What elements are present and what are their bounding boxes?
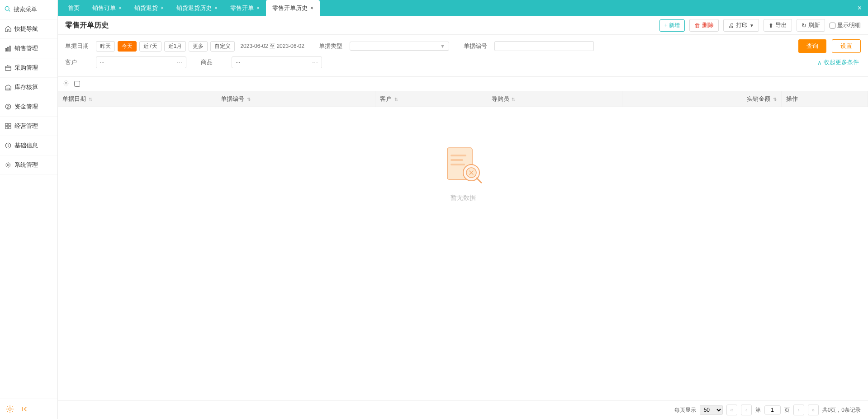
svg-point-0 xyxy=(5,6,9,10)
sidebar-item-label: 经营管理 xyxy=(14,122,38,130)
data-table: 单据日期 ⇅ 单据编号 ⇅ 客户 ⇅ 导购员 ⇅ xyxy=(58,91,868,107)
customer-field[interactable] xyxy=(100,59,176,66)
doc-type-label: 单据类型 xyxy=(319,42,344,50)
sidebar-search[interactable]: 搜索采单 xyxy=(0,0,57,19)
prev-page-btn[interactable]: ‹ xyxy=(741,405,752,415)
svg-line-24 xyxy=(477,178,481,183)
total-text: 共0页，0条记录 xyxy=(822,406,861,414)
last-page-btn[interactable]: » xyxy=(808,405,819,415)
page-input[interactable] xyxy=(764,405,781,414)
pagination: 每页显示 50 10 20 100 « ‹ 第 页 › » 共0页，0条记录 xyxy=(58,400,868,419)
print-button[interactable]: 🖨 打印 ▼ xyxy=(723,19,759,32)
sidebar-item-inventory[interactable]: 库存核算 xyxy=(0,78,57,97)
product-input[interactable]: ··· xyxy=(232,56,322,68)
sidebar-item-purchase-mgmt[interactable]: 采购管理 xyxy=(0,58,57,78)
collapse-btn[interactable]: ∧ 收起更多条件 xyxy=(816,56,861,68)
col-no: 单据编号 ⇅ xyxy=(216,91,375,107)
doc-type-select[interactable]: ▼ xyxy=(350,42,449,51)
doc-no-input[interactable] xyxy=(494,41,594,51)
tab-retail-history-close[interactable]: × xyxy=(310,5,313,11)
refresh-button[interactable]: ↻ 刷新 xyxy=(797,19,825,32)
sidebar-item-sales-mgmt[interactable]: 销售管理 xyxy=(0,39,57,58)
sort-customer-icon[interactable]: ⇅ xyxy=(394,97,398,102)
tab-sales-order[interactable]: 销售订单 × xyxy=(86,0,128,16)
sort-guide-icon[interactable]: ⇅ xyxy=(512,97,515,102)
customer-input[interactable]: ··· xyxy=(96,56,186,68)
tab-sales-return-history[interactable]: 销货退货历史 × xyxy=(170,0,224,16)
next-page-btn[interactable]: › xyxy=(793,405,804,415)
sort-amount-icon[interactable]: ⇅ xyxy=(773,97,777,102)
filter-row-1: 单据日期 昨天 今天 近7天 近1月 更多 自定义 2023-06-02 至 2… xyxy=(65,39,861,53)
col-date: 单据日期 ⇅ xyxy=(58,91,216,107)
svg-point-14 xyxy=(7,164,9,166)
settings-icon xyxy=(5,161,12,169)
date-btn-yesterday[interactable]: 昨天 xyxy=(96,41,115,52)
refresh-icon: ↻ xyxy=(802,22,806,29)
sidebar-item-finance[interactable]: 资金管理 xyxy=(0,97,57,117)
tab-sales-return-label: 销货退货 xyxy=(134,4,158,12)
page-suffix: 页 xyxy=(784,406,790,414)
date-btn-custom[interactable]: 自定义 xyxy=(210,41,235,52)
query-button[interactable]: 查询 xyxy=(798,39,826,53)
add-button[interactable]: + 新增 xyxy=(659,19,685,32)
tab-sales-order-close[interactable]: × xyxy=(119,5,122,11)
col-amount: 实销金额 ⇅ xyxy=(622,91,781,107)
collapse-sidebar-icon[interactable] xyxy=(20,404,31,414)
date-btn-7days[interactable]: 近7天 xyxy=(139,41,161,52)
tab-retail-open[interactable]: 零售开单 × xyxy=(224,0,266,16)
svg-rect-5 xyxy=(5,66,11,71)
table-settings-icon[interactable] xyxy=(62,80,70,88)
gear-bottom-icon[interactable] xyxy=(5,404,15,414)
sort-date-icon[interactable]: ⇅ xyxy=(89,97,92,102)
select-all-checkbox[interactable] xyxy=(74,81,80,87)
date-range-display: 2023-06-02 至 2023-06-02 xyxy=(240,42,304,50)
nav-close-btn[interactable]: × xyxy=(858,4,862,12)
sidebar-item-label: 库存核算 xyxy=(14,83,38,91)
export-button[interactable]: ⬆ 导出 xyxy=(764,19,792,32)
sidebar-item-label: 销售管理 xyxy=(14,44,38,52)
tab-home-label: 首页 xyxy=(68,4,80,12)
product-more-icon: ··· xyxy=(312,58,318,66)
empty-text: 暂无数据 xyxy=(451,194,476,202)
sidebar-item-label: 基础信息 xyxy=(14,141,38,150)
svg-rect-9 xyxy=(9,123,11,126)
svg-line-1 xyxy=(9,10,10,11)
filter-area: 单据日期 昨天 今天 近7天 近1月 更多 自定义 2023-06-02 至 2… xyxy=(58,35,868,77)
tab-sales-return-close[interactable]: × xyxy=(161,5,164,11)
svg-rect-8 xyxy=(5,123,8,126)
first-page-btn[interactable]: « xyxy=(726,405,737,415)
setting-button[interactable]: 设置 xyxy=(832,39,861,53)
tab-sales-order-label: 销售订单 xyxy=(92,4,116,12)
sidebar-item-sys-mgmt[interactable]: 系统管理 xyxy=(0,155,57,175)
date-btn-1month[interactable]: 近1月 xyxy=(164,41,186,52)
date-btn-today[interactable]: 今天 xyxy=(118,41,137,52)
tab-retail-history[interactable]: 零售开单历史 × xyxy=(266,0,320,16)
svg-rect-19 xyxy=(451,155,466,156)
sort-no-icon[interactable]: ⇅ xyxy=(247,97,251,102)
table-toolbar xyxy=(58,77,868,91)
sidebar-item-label: 采购管理 xyxy=(14,64,38,72)
main-area: 首页 销售订单 × 销货退货 × 销货退货历史 × 零售开单 × 零售开单历史 … xyxy=(58,0,868,419)
sidebar-search-label: 搜索采单 xyxy=(14,5,37,14)
warehouse-icon xyxy=(5,84,12,91)
show-detail-input[interactable] xyxy=(830,23,835,28)
svg-rect-3 xyxy=(7,47,9,51)
tab-sales-return[interactable]: 销货退货 × xyxy=(128,0,170,16)
export-icon: ⬆ xyxy=(768,22,773,29)
sidebar-item-quick-nav[interactable]: 快捷导航 xyxy=(0,19,57,39)
sidebar-item-basic-info[interactable]: 基础信息 xyxy=(0,136,57,155)
product-field[interactable] xyxy=(236,59,312,66)
tab-sales-return-history-close[interactable]: × xyxy=(214,5,218,11)
per-page-select[interactable]: 50 10 20 100 xyxy=(700,405,723,415)
tab-retail-open-close[interactable]: × xyxy=(256,5,260,11)
svg-point-17 xyxy=(65,82,67,84)
doc-no-field[interactable] xyxy=(498,43,590,49)
sidebar-item-operations[interactable]: 经营管理 xyxy=(0,117,57,136)
tab-home[interactable]: 首页 xyxy=(62,0,86,16)
delete-button[interactable]: 🗑 删除 xyxy=(689,19,719,32)
svg-rect-2 xyxy=(5,48,7,51)
tab-retail-history-label: 零售开单历史 xyxy=(272,4,308,12)
show-detail-checkbox[interactable]: 显示明细 xyxy=(830,21,861,29)
svg-rect-6 xyxy=(7,88,9,90)
date-btn-more[interactable]: 更多 xyxy=(189,41,208,52)
